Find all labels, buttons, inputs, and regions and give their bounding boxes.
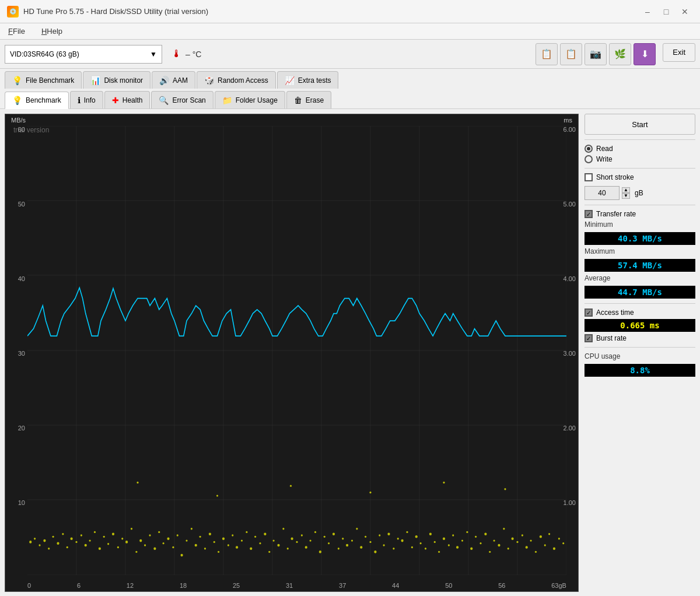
svg-point-126 (526, 546, 528, 549)
access-time-section: ✓ Access time 0.665 ms ✓ Burst rate (584, 308, 695, 342)
svg-point-88 (351, 539, 353, 541)
svg-point-129 (540, 535, 542, 538)
tab-file-benchmark[interactable]: 💡 File Benchmark (5, 71, 82, 89)
menu-help[interactable]: HHelp (38, 26, 66, 37)
svg-point-40 (131, 528, 132, 530)
y-axis-right: 6.00 5.00 4.00 3.00 2.00 1.00 (564, 126, 576, 574)
svg-point-86 (342, 538, 344, 539)
burst-rate-checkbox[interactable]: ✓ Burst rate (584, 334, 695, 342)
close-button[interactable]: ✕ (677, 5, 693, 19)
svg-point-94 (379, 534, 380, 536)
tab-folder-usage[interactable]: 📁 Folder Usage (215, 91, 285, 108)
cpu-usage-label: CPU usage (584, 352, 695, 360)
svg-point-136 (216, 495, 218, 496)
transfer-rate-checkbox[interactable]: ✓ Transfer rate (584, 210, 695, 218)
svg-point-59 (218, 551, 219, 553)
svg-point-62 (232, 534, 233, 536)
tab-error-scan[interactable]: 🔍 Error Scan (151, 91, 213, 108)
error-scan-icon: 🔍 (159, 96, 169, 105)
svg-point-48 (167, 537, 169, 540)
svg-point-33 (99, 547, 101, 550)
svg-point-107 (438, 551, 440, 553)
svg-point-70 (268, 551, 270, 553)
download-button[interactable]: ⬇ (634, 43, 656, 65)
svg-point-114 (470, 547, 473, 550)
copy-button[interactable]: 📋 (536, 43, 558, 65)
tab-row-1: 💡 File Benchmark 📊 Disk monitor 🔊 AAM 🎲 … (0, 69, 700, 89)
svg-point-128 (535, 551, 537, 553)
svg-point-119 (494, 539, 495, 541)
toolbar: VID:03SR64G (63 gB) ▼ 🌡 – °C 📋 📋 📷 🌿 ⬇ E… (0, 40, 700, 69)
read-radio[interactable]: Read (584, 145, 695, 153)
svg-point-81 (319, 551, 321, 553)
maximize-button[interactable]: □ (658, 5, 674, 19)
tab-random-access[interactable]: 🎲 Random Access (197, 71, 276, 89)
spinner-down[interactable]: ▼ (622, 193, 630, 199)
svg-point-99 (401, 539, 404, 542)
tab-benchmark[interactable]: 💡 Benchmark (5, 92, 69, 109)
svg-point-45 (153, 547, 156, 550)
svg-point-55 (200, 536, 201, 538)
svg-point-44 (149, 534, 150, 536)
svg-point-118 (489, 551, 491, 553)
svg-point-38 (121, 538, 123, 539)
svg-point-78 (305, 546, 307, 549)
svg-point-27 (71, 537, 73, 540)
thermometer-icon: 🌡 (172, 48, 182, 60)
drive-selector[interactable]: VID:03SR64G (63 gB) ▼ (5, 45, 162, 64)
info-icon: ℹ (78, 96, 80, 105)
tab-erase[interactable]: 🗑 Erase (286, 91, 331, 108)
svg-point-124 (516, 541, 518, 543)
svg-point-117 (484, 533, 487, 536)
access-time-box: ✓ (584, 308, 593, 317)
tab-info[interactable]: ℹ Info (70, 91, 103, 108)
svg-point-36 (112, 533, 114, 536)
svg-point-37 (117, 546, 119, 548)
svg-point-125 (522, 534, 523, 536)
leaf-button[interactable]: 🌿 (609, 43, 631, 65)
spinner-up[interactable]: ▲ (622, 187, 630, 193)
tab-disk-monitor[interactable]: 📊 Disk monitor (83, 71, 150, 89)
transfer-rate-box: ✓ (584, 210, 593, 218)
svg-point-135 (136, 482, 138, 483)
svg-point-67 (254, 536, 256, 538)
disk-monitor-icon: 📊 (90, 76, 100, 85)
svg-point-18 (29, 541, 32, 544)
svg-point-106 (434, 541, 436, 543)
spinner-buttons: ▲ ▼ (622, 187, 630, 199)
short-stroke-checkbox[interactable]: Short stroke (584, 173, 695, 181)
screenshot-button[interactable]: 📷 (584, 43, 607, 65)
svg-point-68 (259, 542, 261, 544)
tab-health[interactable]: ✚ Health (104, 91, 150, 108)
paste-button[interactable]: 📋 (560, 43, 582, 65)
divider-3 (584, 205, 695, 205)
divider-5 (584, 347, 695, 348)
tab-aam[interactable]: 🔊 AAM (152, 71, 195, 89)
minimize-button[interactable]: – (639, 5, 656, 19)
svg-point-97 (393, 548, 394, 549)
menu-file[interactable]: FFile (5, 26, 29, 37)
svg-point-74 (287, 548, 289, 549)
svg-point-49 (172, 546, 174, 548)
gb-spinner-input[interactable] (584, 186, 620, 200)
y-axis-left: 60 50 40 30 20 10 (8, 126, 25, 574)
maximum-value: 57.4 MB/s (584, 259, 695, 272)
erase-icon: 🗑 (294, 96, 302, 105)
access-time-checkbox[interactable]: ✓ Access time (584, 308, 695, 317)
write-radio[interactable]: Write (584, 155, 695, 163)
exit-button[interactable]: Exit (663, 43, 695, 62)
maximum-label: Maximum (584, 247, 695, 255)
svg-point-21 (43, 539, 46, 542)
start-button[interactable]: Start (584, 114, 695, 135)
svg-point-77 (301, 534, 303, 536)
random-access-icon: 🎲 (204, 76, 214, 85)
main-content: MB/s ms trial version 60 50 40 30 20 10 (0, 109, 700, 596)
svg-point-84 (332, 533, 335, 536)
tab-extra-tests[interactable]: 📈 Extra tests (277, 71, 339, 89)
svg-point-20 (38, 544, 40, 546)
svg-point-22 (48, 548, 50, 549)
svg-point-72 (277, 544, 279, 547)
svg-point-52 (186, 539, 187, 541)
tab-area: 💡 File Benchmark 📊 Disk monitor 🔊 AAM 🎲 … (0, 69, 700, 109)
svg-point-133 (558, 538, 560, 539)
